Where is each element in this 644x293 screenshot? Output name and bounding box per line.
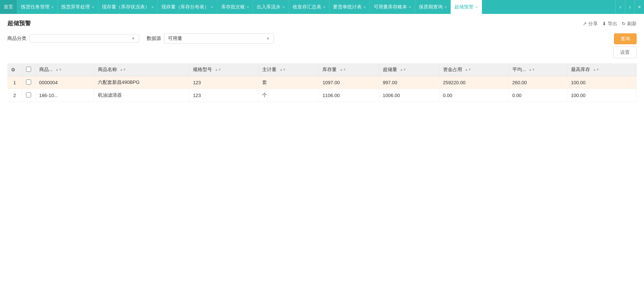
col-stock[interactable]: 库存量 ▲▼ (319, 63, 379, 76)
nav-next-button[interactable]: › (625, 0, 634, 14)
nav-item-9[interactable]: 可用量库存账本 × (370, 0, 415, 14)
export-icon: ⬇ (602, 21, 606, 26)
cell-max-stock: 100.00 (567, 76, 636, 89)
nav-item-2[interactable]: 拣货异常处理 × (58, 0, 98, 14)
category-select[interactable]: ▼ (29, 34, 139, 42)
cell-avg: 0.00 (508, 89, 567, 102)
datasource-value: 可用量 (168, 35, 182, 42)
sort-icon: ▲▼ (465, 68, 471, 71)
close-icon[interactable]: × (282, 5, 285, 9)
col-avg[interactable]: 平均... ▲▼ (508, 63, 567, 76)
cell-product-code: 0000004 (35, 76, 94, 89)
nav-prev-button[interactable]: ‹ (615, 0, 625, 14)
cell-unit: 套 (259, 76, 319, 89)
share-button[interactable]: ↗ 分享 (583, 21, 598, 27)
query-button[interactable]: 查询 (614, 33, 637, 44)
gear-icon: ⚙ (11, 67, 15, 73)
cell-capital: 259220.00 (439, 76, 508, 89)
nav-item-3[interactable]: 现存量（库存状况表） × (98, 0, 158, 14)
sort-icon: ▲▼ (55, 68, 62, 71)
sort-icon: ▲▼ (593, 68, 599, 71)
sort-icon: ▲▼ (340, 68, 346, 71)
sort-icon: ▲▼ (279, 68, 286, 71)
datasource-select[interactable]: 可用量 ▼ (164, 33, 274, 44)
cell-product-name: 机油滤清器 (94, 89, 189, 102)
nav-item-1[interactable]: 拣货任务管理 × (17, 0, 58, 14)
cell-unit: 个 (259, 89, 319, 102)
close-icon[interactable]: × (92, 5, 94, 9)
close-icon[interactable]: × (51, 5, 54, 9)
share-icon: ↗ (583, 21, 587, 26)
cell-product-name: 六配套新昌490BPG (94, 76, 189, 89)
checkbox-column-header[interactable] (22, 63, 35, 76)
cell-max-stock: 100.00 (567, 89, 636, 102)
nav-item-6[interactable]: 出入库流水 × (253, 0, 289, 14)
sort-icon: ▲▼ (400, 68, 406, 71)
close-icon[interactable]: × (151, 5, 154, 9)
nav-item-5[interactable]: 库存批次账 × (217, 0, 253, 14)
table-row: 1 0000004 六配套新昌490BPG 123 套 1097.00 997.… (7, 76, 637, 89)
refresh-icon: ↻ (622, 21, 626, 26)
row-checkbox-cell[interactable] (22, 76, 35, 89)
nav-item-10[interactable]: 保质期查询 × (415, 0, 451, 14)
col-max-stock[interactable]: 最高库存 ▲▼ (567, 63, 636, 76)
nav-item-4[interactable]: 现存量（库存分布表） × (158, 0, 217, 14)
row-number: 2 (7, 89, 22, 102)
select-all-checkbox[interactable] (26, 67, 31, 72)
sort-icon: ▲▼ (215, 68, 222, 71)
col-capital[interactable]: 资金占用 ▲▼ (439, 63, 508, 76)
nav-item-home[interactable]: 首页 (0, 0, 17, 14)
settings-button[interactable]: 设置 (613, 47, 637, 58)
table-row: 2 186-10... 机油滤清器 123 个 1106.00 1006.00 … (7, 89, 637, 102)
page-content: 超储预警 ↗ 分享 ⬇ 导出 ↻ 刷新 商品分类 ▼ (0, 14, 644, 293)
row-checkbox[interactable] (26, 79, 31, 85)
col-spec[interactable]: 规格型号 ▲▼ (189, 63, 259, 76)
data-table: ⚙ 商品... ▲▼ 商品名称 ▲▼ 规格型号 ▲▼ 主计 (7, 63, 637, 102)
cell-product-code: 186-10... (35, 89, 94, 102)
cell-capital: 0.00 (439, 89, 508, 102)
sort-icon: ▲▼ (120, 68, 126, 71)
export-button[interactable]: ⬇ 导出 (602, 21, 617, 27)
cell-stock: 1097.00 (319, 76, 379, 89)
close-icon[interactable]: × (363, 5, 366, 9)
page-title: 超储预警 (7, 20, 31, 27)
top-navigation: 首页 拣货任务管理 × 拣货异常处理 × 现存量（库存状况表） × 现存量（库存… (0, 0, 644, 14)
category-label: 商品分类 (7, 35, 26, 42)
close-icon[interactable]: × (211, 5, 213, 9)
col-unit[interactable]: 主计量 ▲▼ (259, 63, 319, 76)
nav-more-button[interactable]: × (634, 0, 644, 14)
cell-over-stock: 997.00 (379, 76, 439, 89)
cell-avg: 260.00 (508, 76, 567, 89)
nav-arrows: ‹ › × (615, 0, 644, 14)
cell-stock: 1106.00 (319, 89, 379, 102)
datasource-filter: 数据源 可用量 ▼ (147, 33, 274, 44)
gear-column-header[interactable]: ⚙ (7, 63, 22, 76)
cell-spec: 123 (189, 76, 259, 89)
header-actions: ↗ 分享 ⬇ 导出 ↻ 刷新 (583, 21, 637, 27)
table-header-row: ⚙ 商品... ▲▼ 商品名称 ▲▼ 规格型号 ▲▼ 主计 (7, 63, 637, 76)
close-icon[interactable]: × (323, 5, 325, 9)
col-product-code[interactable]: 商品... ▲▼ (35, 63, 94, 76)
cell-spec: 123 (189, 89, 259, 102)
close-icon[interactable]: × (409, 5, 411, 9)
close-icon[interactable]: × (247, 5, 249, 9)
cell-over-stock: 1006.00 (379, 89, 439, 102)
close-icon[interactable]: × (475, 5, 477, 9)
category-filter: 商品分类 ▼ (7, 34, 139, 42)
nav-item-8[interactable]: 要货单统计表 × (329, 0, 370, 14)
datasource-label: 数据源 (147, 35, 161, 42)
col-over-stock[interactable]: 超储量 ▲▼ (379, 63, 439, 76)
table-body: 1 0000004 六配套新昌490BPG 123 套 1097.00 997.… (7, 76, 637, 102)
row-checkbox[interactable] (26, 92, 31, 97)
col-product-name[interactable]: 商品名称 ▲▼ (94, 63, 189, 76)
row-checkbox-cell[interactable] (22, 89, 35, 102)
sort-icon: ▲▼ (528, 68, 535, 71)
row-number: 1 (7, 76, 22, 89)
dropdown-arrow-icon: ▼ (266, 36, 270, 41)
page-header: 超储预警 ↗ 分享 ⬇ 导出 ↻ 刷新 (7, 20, 637, 27)
nav-item-7[interactable]: 收发存汇总表 × (289, 0, 329, 14)
close-icon[interactable]: × (444, 5, 447, 9)
dropdown-arrow-icon: ▼ (131, 36, 135, 41)
refresh-button[interactable]: ↻ 刷新 (622, 21, 637, 27)
nav-item-active[interactable]: 超储预警 × (451, 0, 482, 14)
